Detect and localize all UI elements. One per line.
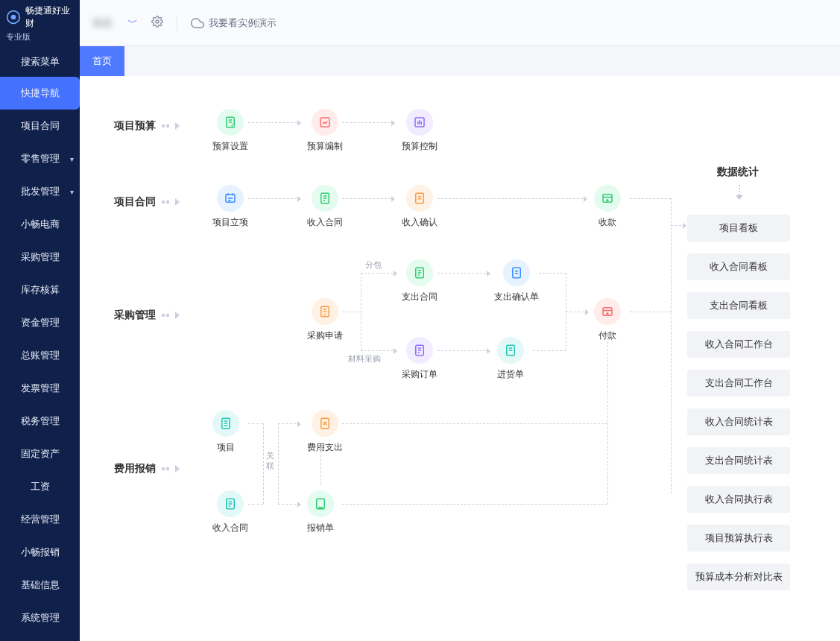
node-budget-ctrl[interactable]: 预算控制 — [402, 109, 438, 153]
demo-link[interactable]: 我要看实例演示 — [191, 16, 277, 30]
gear-icon[interactable] — [151, 16, 163, 31]
main-canvas: 项目预算 项目合同 采购管理 费用报销 预算设置 预算编制 预算控制 项目立项 — [80, 76, 840, 641]
stat-button-4[interactable]: 支出合同工作台 — [687, 370, 790, 397]
stat-button-7[interactable]: 收入合同执行表 — [687, 486, 790, 513]
connector — [438, 198, 587, 199]
sidebar-item-label: 固定资产 — [21, 447, 60, 461]
sidebar-item-7[interactable]: 资金管理 — [0, 306, 80, 339]
node-expense-confirm[interactable]: 支出确认单 — [494, 259, 539, 303]
sidebar-search[interactable]: 搜索菜单 — [0, 47, 80, 77]
node-budget-make[interactable]: 预算编制 — [307, 109, 343, 153]
account-selector[interactable]: 账套 ﹀ — [93, 16, 138, 30]
dots-icon — [162, 314, 169, 317]
label-material: 材料采购 — [348, 353, 381, 364]
stat-button-1[interactable]: 收入合同看板 — [687, 253, 790, 280]
node-purchase-req[interactable]: 采购申请 — [307, 298, 343, 342]
sidebar-item-label: 零售管理 — [21, 152, 60, 165]
stat-button-0[interactable]: 项目看板 — [687, 215, 790, 241]
sidebar-item-1[interactable]: 项目合同 — [0, 110, 80, 142]
sidebar-item-label: 小畅报销 — [21, 546, 60, 559]
svg-rect-21 — [317, 499, 325, 509]
section-title-budget: 项目预算 — [114, 119, 180, 133]
node-expense-out[interactable]: 费用支出 — [307, 410, 343, 454]
sidebar-item-label: 小畅电商 — [21, 218, 60, 231]
sidebar-item-10[interactable]: 税务管理 — [0, 405, 80, 438]
node-income-contract-2[interactable]: 收入合同 — [212, 490, 248, 534]
sidebar-item-12[interactable]: 工资 — [0, 470, 80, 503]
label-subcontract: 分包 — [365, 259, 382, 271]
node-receive[interactable]: 收款 — [594, 185, 621, 229]
node-reimburse[interactable]: 报销单 — [307, 490, 334, 534]
dots-icon — [162, 124, 169, 127]
node-income-confirm[interactable]: 收入确认 — [402, 185, 438, 229]
svg-point-2 — [156, 20, 159, 23]
connector — [278, 423, 279, 504]
caret-down-icon: ▾ — [70, 188, 74, 196]
sidebar-item-0[interactable]: 快捷导航 — [0, 77, 80, 110]
triangle-right-icon — [175, 122, 180, 130]
brand-logo-icon — [6, 10, 21, 25]
node-project-create[interactable]: 项目立项 — [212, 185, 248, 229]
connector — [630, 312, 671, 312]
sidebar-item-label: 库存核算 — [21, 283, 60, 297]
sidebar-item-label: 发票管理 — [21, 382, 60, 395]
node-purchase-order[interactable]: 采购订单 — [402, 337, 438, 381]
stat-button-8[interactable]: 项目预算执行表 — [687, 525, 790, 552]
connector — [278, 423, 300, 424]
caret-down-icon: ▾ — [70, 155, 74, 163]
connector — [361, 273, 397, 274]
connector — [342, 312, 361, 312]
connector — [263, 423, 264, 504]
sidebar-item-13[interactable]: 经营管理 — [0, 503, 80, 536]
connector — [342, 198, 394, 199]
sidebar-item-label: 项目合同 — [21, 119, 60, 133]
sidebar-item-3[interactable]: 批发管理▾ — [0, 175, 80, 208]
stat-button-3[interactable]: 收入合同工作台 — [687, 331, 790, 358]
account-name: 账套 — [93, 16, 113, 30]
brand-name: 畅捷通好业财 — [25, 4, 75, 30]
label-relate: 关 联 — [266, 450, 274, 471]
sidebar-item-9[interactable]: 发票管理 — [0, 372, 80, 405]
connector — [566, 312, 588, 312]
sidebar-item-label: 系统管理 — [21, 611, 60, 625]
stat-button-9[interactable]: 预算成本分析对比表 — [687, 563, 790, 590]
sidebar-item-label: 批发管理 — [21, 185, 60, 198]
sidebar-item-8[interactable]: 总账管理 — [0, 339, 80, 372]
connector — [248, 423, 263, 424]
connector — [278, 504, 300, 505]
stat-button-5[interactable]: 收入合同统计表 — [687, 408, 790, 435]
sidebar-item-6[interactable]: 库存核算 — [0, 274, 80, 306]
connector — [539, 273, 566, 274]
sidebar-item-11[interactable]: 固定资产 — [0, 438, 80, 470]
node-income-contract[interactable]: 收入合同 — [307, 185, 343, 229]
triangle-right-icon — [175, 465, 180, 473]
dots-icon — [162, 200, 169, 203]
tab-strip: 首页 — [80, 46, 124, 76]
stats-title: 数据统计 — [717, 165, 759, 179]
svg-point-12 — [324, 314, 326, 315]
sidebar-item-14[interactable]: 小畅报销 — [0, 536, 80, 569]
sidebar-item-label: 经营管理 — [21, 513, 60, 526]
sidebar-item-16[interactable]: 系统管理 — [0, 601, 80, 634]
section-title-contract: 项目合同 — [114, 195, 180, 209]
connector — [671, 198, 672, 493]
connector — [248, 122, 300, 123]
sidebar-item-label: 基础信息 — [21, 578, 60, 592]
arrow-down-icon — [734, 185, 745, 204]
node-budget-set[interactable]: 预算设置 — [212, 109, 248, 153]
sidebar-item-15[interactable]: 基础信息 — [0, 569, 80, 601]
node-goods-in[interactable]: 进货单 — [497, 337, 524, 381]
chevron-down-icon: ﹀ — [127, 16, 138, 30]
sidebar-item-5[interactable]: 采购管理 — [0, 241, 80, 274]
sidebar-item-4[interactable]: 小畅电商 — [0, 208, 80, 241]
dots-icon — [162, 467, 169, 470]
tab-home[interactable]: 首页 — [80, 46, 124, 76]
stat-button-6[interactable]: 支出合同统计表 — [687, 447, 790, 474]
connector — [533, 350, 566, 351]
sidebar-item-2[interactable]: 零售管理▾ — [0, 142, 80, 175]
sidebar-item-label: 资金管理 — [21, 316, 60, 329]
connector — [342, 423, 607, 424]
node-project[interactable]: 项目 — [212, 410, 239, 454]
node-expense-contract[interactable]: 支出合同 — [402, 259, 438, 303]
stat-button-2[interactable]: 支出合同看板 — [687, 292, 790, 319]
